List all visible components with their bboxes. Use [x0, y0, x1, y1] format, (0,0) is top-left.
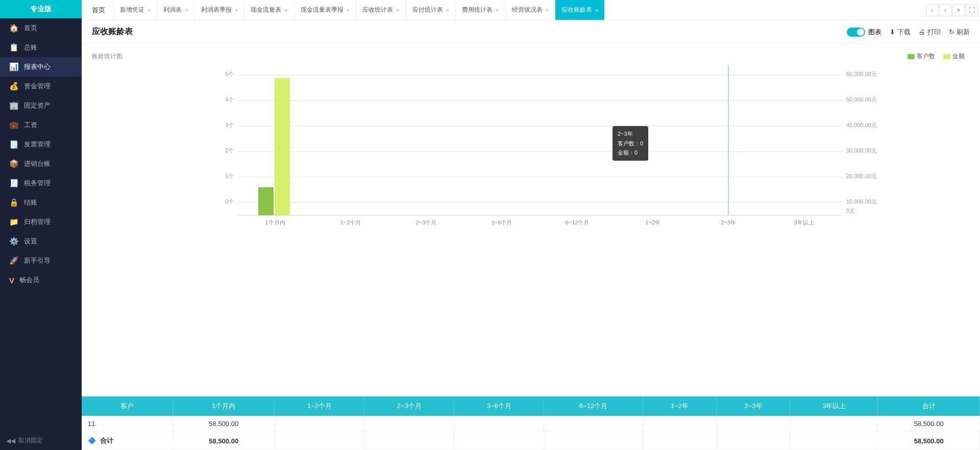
chart-toggle[interactable]: 图表: [847, 28, 881, 37]
legend-green-swatch: [908, 54, 915, 59]
tab-cashflow[interactable]: 现金流量表 ×: [244, 0, 294, 20]
print-button[interactable]: 🖨 打印: [919, 28, 941, 37]
sidebar-item-label: 结账: [24, 198, 37, 207]
main-content: 首页 新增凭证 × 利润表 × 利润表季报 × 现金流量表 × 现金流量表季报 …: [82, 0, 980, 450]
sidebar-item-label: 进销台账: [24, 159, 51, 168]
legend-customer-count: 客户数: [908, 52, 935, 61]
sidebar-item-label: 报表中心: [24, 62, 51, 71]
cell-m1: 58,500.00: [173, 416, 275, 432]
sidebar-pin-toggle[interactable]: ◀◀ 取消固定: [0, 431, 82, 450]
sidebar-item-label: 新手引导: [24, 256, 51, 265]
sidebar-item-salesledger[interactable]: 📦 进销台账: [0, 154, 82, 173]
svg-text:20,000.00元: 20,000.00元: [846, 173, 877, 179]
tab-profit-quarterly[interactable]: 利润表季报 ×: [195, 0, 244, 20]
logo: 专业版: [0, 0, 82, 18]
total-label-text: 合计: [100, 437, 113, 444]
table-total-row: 🔷 合计 58,500.00 58,500.00: [82, 432, 980, 450]
cell-total-label: 🔷 合计: [82, 432, 173, 450]
sidebar-item-label: 固定资产: [24, 101, 51, 110]
tax-icon: 🧾: [9, 179, 19, 188]
sidebar-item-funds[interactable]: 💰 资金管理: [0, 77, 82, 96]
page-header: 应收账龄表 图表 ⬇ 下载 🖨 打印 ↻ 刷新: [82, 20, 980, 44]
col-header-m12: 1~2个月: [275, 396, 364, 416]
sidebar-item-assets[interactable]: 🏢 固定资产: [0, 96, 82, 115]
tab-close-icon[interactable]: ×: [185, 7, 188, 13]
assets-icon: 🏢: [9, 101, 19, 110]
close-accounts-icon: 🔒: [9, 198, 19, 207]
cell-customer: 11: [82, 416, 173, 432]
tab-close-icon[interactable]: ×: [546, 7, 549, 13]
reports-icon: 📊: [9, 62, 19, 71]
sidebar-item-reports[interactable]: 📊 报表中心: [0, 57, 82, 77]
sidebar-item-label: 畅会员: [19, 276, 39, 285]
sidebar-item-salary[interactable]: 💼 工资: [0, 115, 82, 135]
bar-customer-1: [258, 187, 274, 215]
col-header-m23: 2~3个月: [364, 396, 454, 416]
sidebar-item-invoice[interactable]: 🗒️ 发票管理: [0, 135, 82, 154]
tab-new-voucher[interactable]: 新增凭证 ×: [114, 0, 157, 20]
tab-close-icon[interactable]: ×: [396, 7, 399, 13]
salary-icon: 💼: [9, 120, 19, 130]
svg-text:2个: 2个: [225, 147, 234, 154]
tabs-close-button[interactable]: ×: [952, 4, 965, 16]
chart-area: 账龄统计图 客户数 金额 5个 4个 3个 2个: [82, 44, 980, 396]
cell-total-m1: 58,500.00: [173, 432, 275, 450]
download-label: 下载: [897, 28, 911, 37]
sidebar-item-vip[interactable]: V 畅会员: [0, 270, 82, 290]
cell-total-m23: [364, 432, 454, 450]
tab-profit[interactable]: 利润表 ×: [157, 0, 194, 20]
tab-close-icon[interactable]: ×: [284, 7, 287, 13]
page-title: 应收账龄表: [92, 27, 133, 37]
tab-home[interactable]: 首页: [84, 0, 114, 20]
cell-total-m12: [275, 432, 364, 450]
tab-close-icon[interactable]: ×: [235, 7, 238, 13]
sidebar-item-settings[interactable]: ⚙️ 设置: [0, 232, 82, 251]
sidebar-item-ledger[interactable]: 📋 总账: [0, 38, 82, 57]
tab-label: 应收账龄表: [561, 6, 592, 14]
guide-icon: 🚀: [9, 256, 19, 265]
tab-close-icon[interactable]: ×: [446, 7, 449, 13]
data-table: 客户 1个月内 1~2个月 2~3个月 3~6个月 6~12个月 1~2年 2~…: [82, 396, 980, 450]
tab-close-icon[interactable]: ×: [347, 7, 350, 13]
tab-close-icon[interactable]: ×: [148, 7, 151, 13]
cell-total-m612: [544, 432, 643, 450]
sidebar-item-archive[interactable]: 📁 归档管理: [0, 212, 82, 232]
archive-icon: 📁: [9, 217, 19, 227]
tab-ar-stats[interactable]: 应收统计表 ×: [356, 0, 406, 20]
chart-legend: 客户数 金额: [908, 52, 965, 61]
tab-operations[interactable]: 经营状况表 ×: [506, 0, 555, 20]
toggle-track[interactable]: [847, 28, 865, 37]
sidebar-item-guide[interactable]: 🚀 新手引导: [0, 251, 82, 270]
sidebar-bottom-label: 取消固定: [18, 436, 43, 445]
svg-text:1~2个月: 1~2个月: [340, 219, 361, 226]
page-actions: 图表 ⬇ 下载 🖨 打印 ↻ 刷新: [847, 28, 970, 37]
tabs-prev-button[interactable]: ‹: [926, 4, 938, 16]
legend-amount: 金额: [943, 52, 965, 61]
cell-m23: [364, 416, 454, 432]
chart-title: 账龄统计图: [92, 52, 970, 61]
tab-ap-stats[interactable]: 应付统计表 ×: [406, 0, 456, 20]
svg-text:40,000.00元: 40,000.00元: [846, 122, 877, 128]
home-icon: 🏠: [9, 23, 19, 33]
tab-expense-stats[interactable]: 费用统计表 ×: [456, 0, 505, 20]
sidebar-item-tax[interactable]: 🧾 税务管理: [0, 173, 82, 193]
svg-text:3~6个月: 3~6个月: [492, 219, 512, 226]
table-row: 11 58,500.00 58,500.00: [82, 416, 980, 432]
col-header-m1: 1个月内: [173, 396, 275, 416]
tab-label: 经营状况表: [512, 6, 543, 14]
tabs-expand-button[interactable]: ⛶: [966, 4, 978, 16]
refresh-button[interactable]: ↻ 刷新: [949, 28, 970, 37]
tab-cashflow-quarterly[interactable]: 现金流量表季报 ×: [295, 0, 356, 20]
tab-label: 现金流量表: [251, 6, 281, 14]
sidebar-item-close[interactable]: 🔒 结账: [0, 193, 82, 212]
tabs-next-button[interactable]: ›: [939, 4, 951, 16]
tab-ar-aging[interactable]: 应收账龄表 ×: [555, 0, 605, 20]
sidebar-item-home[interactable]: 🏠 首页: [0, 18, 82, 38]
download-button[interactable]: ⬇ 下载: [890, 28, 911, 37]
svg-text:2~3年: 2~3年: [721, 219, 736, 226]
legend-customer-label: 客户数: [917, 52, 935, 61]
tab-close-icon[interactable]: ×: [496, 7, 499, 13]
tab-close-icon[interactable]: ×: [595, 7, 598, 13]
cell-m12: [275, 416, 364, 432]
cell-m612: [544, 416, 643, 432]
